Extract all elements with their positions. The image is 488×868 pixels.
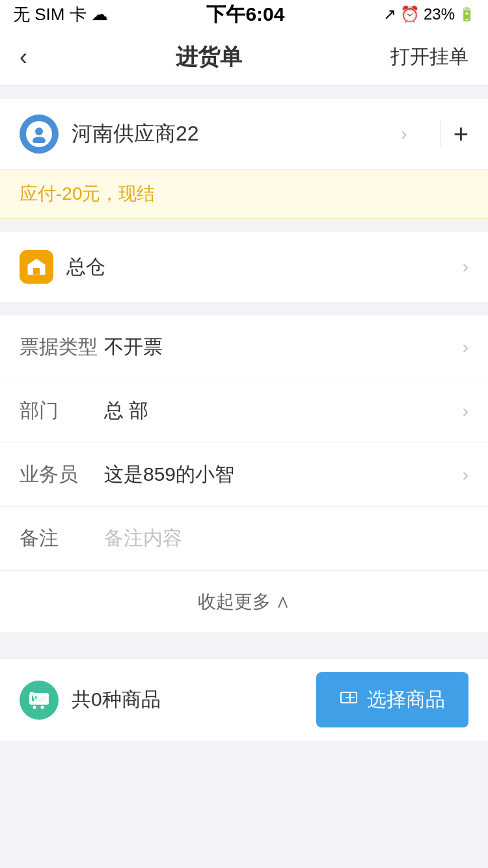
supplier-arrow-icon: › <box>401 124 407 144</box>
remark-row[interactable]: 备注 备注内容 <box>0 507 488 571</box>
battery-level: 23% <box>424 5 455 23</box>
invoice-type-row[interactable]: 票据类型 不开票 › <box>0 316 488 379</box>
svg-point-5 <box>41 705 44 709</box>
salesperson-arrow-icon: › <box>463 465 468 485</box>
department-value: 总 部 <box>104 398 463 424</box>
invoice-type-value: 不开票 <box>104 334 463 360</box>
battery-icon: 🔋 <box>459 7 475 22</box>
department-row[interactable]: 部门 总 部 › <box>0 379 488 443</box>
salesperson-value: 这是859的小智 <box>104 461 463 488</box>
bottom-bar: 共0种商品 选择商品 <box>0 658 488 740</box>
section-gap-1 <box>0 86 488 99</box>
warehouse-section: 总仓 › <box>0 232 488 303</box>
supplier-section: 河南供应商22 › + 应付-20元，现结 <box>0 99 488 219</box>
sim-status: 无 SIM 卡 ☁ <box>13 3 108 26</box>
status-time: 下午6:04 <box>206 1 284 28</box>
section-gap-3 <box>0 303 488 316</box>
open-pending-button[interactable]: 打开挂单 <box>390 44 468 70</box>
svg-point-4 <box>33 705 36 709</box>
select-product-icon <box>340 688 360 711</box>
add-supplier-button[interactable]: + <box>454 120 468 149</box>
svg-point-1 <box>33 137 46 143</box>
department-label: 部门 <box>20 398 104 424</box>
svg-rect-2 <box>33 268 40 275</box>
invoice-type-label: 票据类型 <box>20 334 104 360</box>
salesperson-row[interactable]: 业务员 这是859的小智 › <box>0 443 488 507</box>
collapse-button[interactable]: 收起更多 ∧ <box>0 571 488 632</box>
warehouse-icon-wrap <box>20 250 53 284</box>
cart-icon-wrap <box>20 681 59 720</box>
back-button[interactable]: ‹ <box>20 44 27 71</box>
department-arrow-icon: › <box>463 401 468 422</box>
status-bar: 无 SIM 卡 ☁ 下午6:04 ↗ ⏰ 23% 🔋 <box>0 0 488 29</box>
alarm-icon: ⏰ <box>400 5 420 23</box>
svg-point-0 <box>35 128 43 135</box>
supplier-divider <box>440 121 441 147</box>
supplier-name: 河南供应商22 <box>72 120 401 148</box>
select-product-label: 选择商品 <box>367 686 445 713</box>
status-left: 无 SIM 卡 ☁ <box>13 3 108 26</box>
warehouse-row[interactable]: 总仓 › <box>0 232 488 303</box>
page-title: 进货单 <box>176 42 242 72</box>
page-background <box>0 740 488 868</box>
fields-section: 票据类型 不开票 › 部门 总 部 › 业务员 这是859的小智 › 备注 备注… <box>0 316 488 632</box>
notice-bar: 应付-20元，现结 <box>0 170 488 219</box>
section-gap-4 <box>0 632 488 645</box>
warehouse-name: 总仓 <box>66 254 463 280</box>
avatar-icon <box>26 121 52 147</box>
select-product-button[interactable]: 选择商品 <box>316 672 468 727</box>
nav-bar: ‹ 进货单 打开挂单 <box>0 29 488 86</box>
section-gap-2 <box>0 219 488 232</box>
invoice-type-arrow-icon: › <box>463 337 468 358</box>
product-count: 共0种商品 <box>72 686 316 713</box>
status-right: ↗ ⏰ 23% 🔋 <box>383 5 475 23</box>
supplier-avatar <box>20 115 59 154</box>
remark-label: 备注 <box>20 525 104 552</box>
warehouse-arrow-icon: › <box>463 256 468 277</box>
remark-input[interactable]: 备注内容 <box>104 525 468 552</box>
location-icon: ↗ <box>383 5 396 23</box>
salesperson-label: 业务员 <box>20 461 104 488</box>
supplier-row[interactable]: 河南供应商22 › + <box>0 99 488 170</box>
